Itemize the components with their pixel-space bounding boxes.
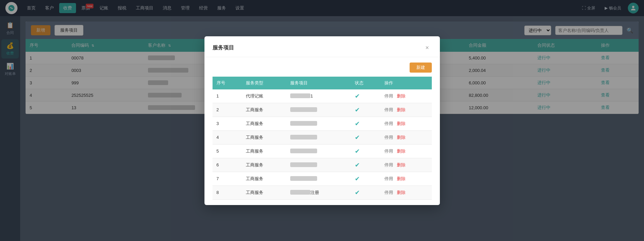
delete-link[interactable]: 删除 bbox=[397, 176, 406, 181]
dcell-status: ✔ bbox=[351, 186, 380, 199]
dcell-actions: 停用 删除 bbox=[380, 103, 432, 117]
delete-link[interactable]: 删除 bbox=[397, 135, 406, 140]
dialog-header: 服务项目 × bbox=[204, 36, 440, 57]
dcell-type: 代理记账 bbox=[242, 89, 287, 103]
dcell-type: 工商服务 bbox=[242, 186, 287, 199]
dcell-actions: 停用 删除 bbox=[380, 144, 432, 158]
dcell-status: ✔ bbox=[351, 172, 380, 186]
service-dialog: 服务项目 × 新建 序号 服务类型 服务项目 状态 操作 1 bbox=[204, 36, 440, 205]
stop-link[interactable]: 停用 bbox=[384, 162, 393, 167]
dcell-actions: 停用 删除 bbox=[380, 186, 432, 199]
delete-link[interactable]: 删除 bbox=[397, 107, 406, 112]
dcell-seq: 2 bbox=[213, 103, 242, 117]
delete-link[interactable]: 删除 bbox=[397, 149, 406, 154]
dcell-status: ✔ bbox=[351, 144, 380, 158]
dcell-type: 工商服务 bbox=[242, 103, 287, 117]
dialog-overlay[interactable]: 服务项目 × 新建 序号 服务类型 服务项目 状态 操作 1 bbox=[0, 0, 644, 241]
stop-link[interactable]: 停用 bbox=[384, 93, 393, 98]
dialog-title: 服务项目 bbox=[213, 44, 234, 51]
dcell-seq: 4 bbox=[213, 130, 242, 144]
dialog-table-row: 8 工商服务 注册 ✔ 停用 删除 bbox=[213, 186, 432, 199]
dcell-seq: 8 bbox=[213, 186, 242, 199]
dcell-item bbox=[286, 103, 351, 117]
dcell-type: 工商服务 bbox=[242, 117, 287, 130]
dcell-seq: 3 bbox=[213, 117, 242, 130]
dialog-table-header-row: 序号 服务类型 服务项目 状态 操作 bbox=[213, 77, 432, 89]
dcol-item: 服务项目 bbox=[286, 77, 351, 89]
delete-link[interactable]: 删除 bbox=[397, 93, 406, 98]
dcell-type: 工商服务 bbox=[242, 172, 287, 186]
dialog-table-row: 7 工商服务 ✔ 停用 删除 bbox=[213, 172, 432, 186]
dcell-status: ✔ bbox=[351, 130, 380, 144]
dcell-item bbox=[286, 117, 351, 130]
dcell-seq: 1 bbox=[213, 89, 242, 103]
dialog-table-row: 4 工商服务 ✔ 停用 删除 bbox=[213, 130, 432, 144]
stop-link[interactable]: 停用 bbox=[384, 176, 393, 181]
delete-link[interactable]: 删除 bbox=[397, 190, 406, 195]
dialog-toolbar: 新建 bbox=[213, 63, 432, 73]
dcell-actions: 停用 删除 bbox=[380, 158, 432, 172]
dcell-item bbox=[286, 172, 351, 186]
stop-link[interactable]: 停用 bbox=[384, 135, 393, 140]
dcell-actions: 停用 删除 bbox=[380, 130, 432, 144]
stop-link[interactable]: 停用 bbox=[384, 121, 393, 126]
dcell-actions: 停用 删除 bbox=[380, 172, 432, 186]
dialog-table-row: 5 工商服务 ✔ 停用 删除 bbox=[213, 144, 432, 158]
dialog-close-button[interactable]: × bbox=[423, 43, 432, 53]
dcell-seq: 6 bbox=[213, 158, 242, 172]
dcell-status: ✔ bbox=[351, 158, 380, 172]
stop-link[interactable]: 停用 bbox=[384, 149, 393, 154]
dialog-table-row: 2 工商服务 ✔ 停用 删除 bbox=[213, 103, 432, 117]
dcell-item bbox=[286, 158, 351, 172]
delete-link[interactable]: 删除 bbox=[397, 121, 406, 126]
dcell-status: ✔ bbox=[351, 117, 380, 130]
dialog-body: 新建 序号 服务类型 服务项目 状态 操作 1 代理记账 1 ✔ 停用 bbox=[204, 57, 440, 205]
dcell-type: 工商服务 bbox=[242, 144, 287, 158]
dcol-seq: 序号 bbox=[213, 77, 242, 89]
dcell-item: 1 bbox=[286, 89, 351, 103]
delete-link[interactable]: 删除 bbox=[397, 162, 406, 167]
service-table: 序号 服务类型 服务项目 状态 操作 1 代理记账 1 ✔ 停用 删除 2 工商… bbox=[213, 77, 432, 200]
dcol-status: 状态 bbox=[351, 77, 380, 89]
stop-link[interactable]: 停用 bbox=[384, 190, 393, 195]
dcell-status: ✔ bbox=[351, 103, 380, 117]
dcol-action: 操作 bbox=[380, 77, 432, 89]
dialog-table-row: 1 代理记账 1 ✔ 停用 删除 bbox=[213, 89, 432, 103]
stop-link[interactable]: 停用 bbox=[384, 107, 393, 112]
dialog-table-row: 3 工商服务 ✔ 停用 删除 bbox=[213, 117, 432, 130]
dcell-item bbox=[286, 130, 351, 144]
dcell-actions: 停用 删除 bbox=[380, 89, 432, 103]
dialog-table-row: 6 工商服务 ✔ 停用 删除 bbox=[213, 158, 432, 172]
dcell-type: 工商服务 bbox=[242, 130, 287, 144]
dcell-seq: 7 bbox=[213, 172, 242, 186]
dialog-new-button[interactable]: 新建 bbox=[410, 63, 432, 73]
dcell-item bbox=[286, 144, 351, 158]
dcol-type: 服务类型 bbox=[242, 77, 287, 89]
dcell-status: ✔ bbox=[351, 89, 380, 103]
dcell-seq: 5 bbox=[213, 144, 242, 158]
dcell-item: 注册 bbox=[286, 186, 351, 199]
dcell-actions: 停用 删除 bbox=[380, 117, 432, 130]
dcell-type: 工商服务 bbox=[242, 158, 287, 172]
